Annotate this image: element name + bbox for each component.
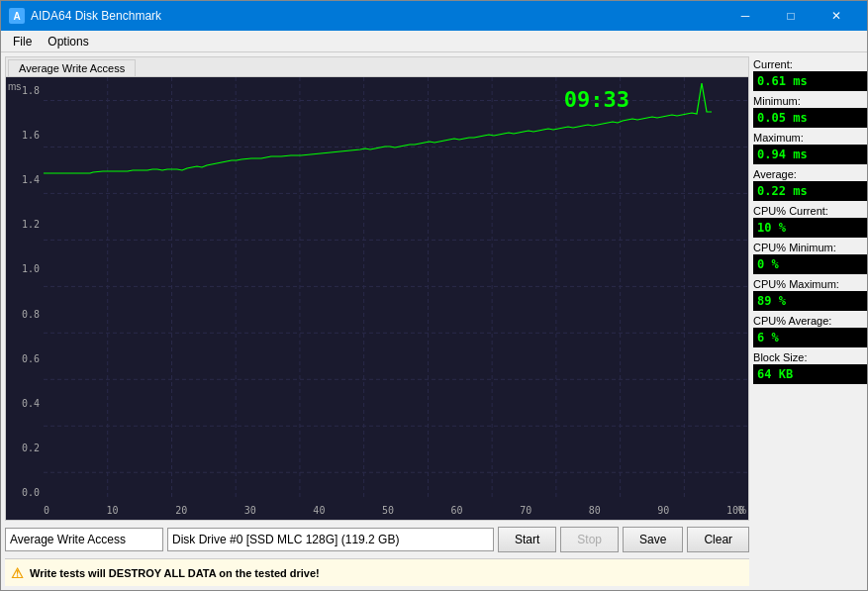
x-label-40: 40 [313, 505, 325, 516]
x-percent-sign: % [737, 505, 746, 516]
clear-button[interactable]: Clear [687, 527, 749, 552]
minimize-button[interactable]: ─ [723, 1, 768, 31]
bottom-controls: Average Write Access Disk Drive #0 [SSD … [5, 525, 749, 554]
stat-blocksize-value: 64 KB [753, 364, 867, 384]
drive-dropdown-wrapper: Disk Drive #0 [SSD MLC 128G] (119.2 GB) [167, 528, 494, 551]
x-label-50: 50 [382, 505, 394, 516]
window-title: AIDA64 Disk Benchmark [31, 9, 161, 23]
menu-file[interactable]: File [5, 33, 40, 50]
x-label-10: 10 [107, 505, 119, 516]
menu-bar: File Options [1, 31, 867, 52]
warning-icon: ⚠ [11, 565, 24, 581]
title-bar-left: A AIDA64 Disk Benchmark [9, 8, 161, 24]
stat-maximum-value: 0.94 ms [753, 145, 867, 164]
stat-cpu-average-label: CPU% Average: [753, 315, 867, 327]
benchmark-dropdown[interactable]: Average Write Access [5, 528, 163, 551]
right-panel: Current: 0.61 ms Minimum: 0.05 ms Maximu… [753, 56, 867, 586]
chart-container: Average Write Access ms 1.8 1.6 1.4 1.2 … [5, 56, 749, 521]
stat-average-label: Average: [753, 168, 867, 180]
x-label-20: 20 [175, 505, 187, 516]
x-label-90: 90 [657, 505, 669, 516]
stat-average-value: 0.22 ms [753, 181, 867, 201]
y-label-04: 0.4 [8, 398, 40, 409]
main-window: A AIDA64 Disk Benchmark ─ □ ✕ File Optio… [0, 0, 868, 591]
warning-text: Write tests will DESTROY ALL DATA on the… [30, 567, 320, 579]
stat-current-value: 0.61 ms [753, 71, 867, 91]
stat-maximum-label: Maximum: [753, 132, 867, 144]
stat-cpu-maximum-value: 89 % [753, 291, 867, 311]
x-label-0: 0 [44, 505, 49, 516]
y-label-10: 1.0 [8, 263, 40, 274]
stat-minimum-value: 0.05 ms [753, 108, 867, 128]
y-label-02: 0.2 [8, 443, 40, 453]
y-axis-labels: 1.8 1.6 1.4 1.2 1.0 0.8 0.6 0.4 0.2 0.0 [6, 77, 44, 520]
y-label-08: 0.8 [8, 309, 40, 320]
stat-blocksize: Block Size: 64 KB [753, 351, 867, 384]
stat-cpu-current-label: CPU% Current: [753, 205, 867, 217]
stat-cpu-maximum: CPU% Maximum: 89 % [753, 278, 867, 311]
maximize-button[interactable]: □ [768, 1, 814, 31]
menu-options[interactable]: Options [40, 33, 96, 50]
y-label-16: 1.6 [8, 130, 40, 141]
stat-current: Current: 0.61 ms [753, 58, 867, 91]
y-label-14: 1.4 [8, 174, 40, 185]
y-label-00: 0.0 [8, 487, 40, 498]
stat-cpu-current-value: 10 % [753, 218, 867, 238]
save-button[interactable]: Save [623, 527, 683, 552]
stat-maximum: Maximum: 0.94 ms [753, 132, 867, 164]
y-label-12: 1.2 [8, 219, 40, 230]
stat-cpu-minimum-label: CPU% Minimum: [753, 242, 867, 253]
benchmark-dropdown-wrapper: Average Write Access [5, 528, 163, 551]
stat-minimum: Minimum: 0.05 ms [753, 95, 867, 128]
chart-svg [44, 77, 748, 500]
app-icon: A [9, 8, 25, 24]
warning-bar: ⚠ Write tests will DESTROY ALL DATA on t… [5, 558, 749, 586]
y-label-06: 0.6 [8, 353, 40, 364]
stat-cpu-minimum: CPU% Minimum: 0 % [753, 242, 867, 274]
stat-average: Average: 0.22 ms [753, 168, 867, 201]
drive-dropdown[interactable]: Disk Drive #0 [SSD MLC 128G] (119.2 GB) [167, 528, 494, 551]
stat-cpu-current: CPU% Current: 10 % [753, 205, 867, 238]
stat-current-label: Current: [753, 58, 867, 70]
x-axis-labels: 0 10 20 30 40 50 60 70 80 90 100 [44, 505, 744, 516]
close-button[interactable]: ✕ [814, 1, 859, 31]
x-label-70: 70 [520, 505, 531, 516]
chart-area: ms 1.8 1.6 1.4 1.2 1.0 0.8 0.6 0.4 0.2 0… [6, 77, 748, 520]
y-label-18: 1.8 [8, 85, 40, 96]
main-panel: Average Write Access ms 1.8 1.6 1.4 1.2 … [5, 56, 749, 586]
chart-tab[interactable]: Average Write Access [8, 59, 136, 76]
timer-display: 09:33 [564, 87, 629, 112]
content-area: Average Write Access ms 1.8 1.6 1.4 1.2 … [1, 52, 867, 590]
stat-cpu-minimum-value: 0 % [753, 254, 867, 274]
stat-cpu-average-value: 6 % [753, 328, 867, 347]
x-label-80: 80 [589, 505, 601, 516]
title-bar: A AIDA64 Disk Benchmark ─ □ ✕ [1, 1, 867, 31]
x-label-60: 60 [451, 505, 463, 516]
title-controls: ─ □ ✕ [723, 1, 859, 31]
x-label-30: 30 [244, 505, 256, 516]
stat-minimum-label: Minimum: [753, 95, 867, 107]
start-button[interactable]: Start [498, 527, 556, 552]
stat-cpu-maximum-label: CPU% Maximum: [753, 278, 867, 290]
stat-blocksize-label: Block Size: [753, 351, 867, 363]
stat-cpu-average: CPU% Average: 6 % [753, 315, 867, 347]
stop-button[interactable]: Stop [560, 527, 619, 552]
